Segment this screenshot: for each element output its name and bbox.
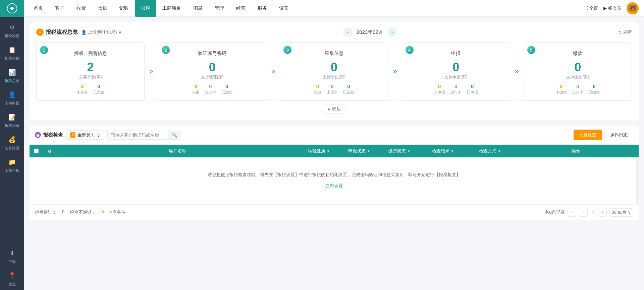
- nav-item-管理[interactable]: 管理: [209, 0, 230, 17]
- step-details-4: 0 未缴款 0 进行中 0 已缴款: [529, 83, 626, 95]
- refresh-label: 刷新: [623, 29, 632, 35]
- step-card-2: 3 采集信息 0 支持采集(家) 0 失败 0 未采集 0 已成功: [280, 42, 388, 100]
- step-num-0: 1: [40, 46, 48, 54]
- member-label: 畅会员: [608, 5, 621, 11]
- filter-icon[interactable]: ▼: [327, 149, 330, 153]
- step-details-3: 0 未申报 0 进行中 0 已申报: [408, 83, 504, 95]
- select-all-checkbox[interactable]: [34, 149, 39, 153]
- nav-item-工商项目[interactable]: 工商项目: [156, 0, 187, 17]
- batch-check-button[interactable]: 批量检查: [574, 130, 602, 140]
- nav-right: ⛶ 全屏 ▶ 畅会员 🐻: [584, 2, 644, 14]
- setup-link[interactable]: 立即设置: [325, 183, 343, 188]
- sidebar-item-3[interactable]: 👤个税申报: [0, 87, 24, 109]
- staff-label: 全部员工: [77, 132, 95, 138]
- fullscreen-button[interactable]: ⛶ 全屏: [584, 5, 598, 11]
- step-detail: 0 失败: [314, 83, 321, 95]
- nav-item-客户[interactable]: 客户: [49, 0, 70, 17]
- sidebar-item-0[interactable]: ⚙报税设置: [0, 19, 24, 42]
- step-card-4: 5 缴款 0 支持缴款(家) 0 未缴款 0 进行中 0 已缴款: [524, 42, 632, 100]
- step-detail: 0 失败: [192, 83, 200, 95]
- step-details-1: 0 失败 0 验证中 0 已成功: [164, 83, 261, 95]
- nav-item-票据[interactable]: 票据: [92, 0, 113, 17]
- nav-item-服务[interactable]: 服务: [252, 0, 273, 17]
- sidebar-item-4[interactable]: 📝报税记录: [0, 109, 24, 132]
- logo[interactable]: [0, 0, 24, 17]
- fail-count[interactable]: 0: [101, 209, 104, 215]
- first-page-button[interactable]: «: [568, 208, 576, 217]
- step-main-num-2: 0: [285, 60, 382, 74]
- overview-card: + 报税流程总览 👤 上海(电子税局) ∨ ‹ 2023年02月 › ↻: [30, 22, 639, 120]
- location-selector[interactable]: 👤 上海(电子税局) ∨: [81, 29, 122, 35]
- chevron-up-icon: ∧: [327, 106, 331, 112]
- step-title-1: 验证账号密码: [164, 48, 261, 57]
- sidebar-item-1[interactable]: 📋批量报税: [0, 42, 24, 64]
- search-input[interactable]: [108, 131, 168, 139]
- member-button[interactable]: ▶ 畅会员: [603, 5, 621, 11]
- sidebar-icon-6: 📁: [7, 157, 17, 167]
- step-num-3: 4: [406, 46, 414, 54]
- step-main-num-0: 2: [42, 60, 139, 74]
- filter-icon-3[interactable]: ▼: [407, 149, 411, 153]
- step-sub-1: 支持验证(家): [164, 74, 261, 80]
- sidebar-bottom-item-0[interactable]: ⬇下载: [0, 245, 24, 268]
- table-header: ⚙ 客户名称 纳税性质 ▼ 申报状态 ▼ 缴费状态 ▼ 检查: [30, 145, 639, 157]
- step-detail: 0 已申报: [467, 83, 478, 95]
- pass-count[interactable]: 0: [62, 209, 64, 215]
- search-box: 🔍: [107, 131, 181, 140]
- table-scroll-area: 若您想使用报税检查功能，请先在【报税设置】中进行报税的初始化设置，完成密码验证和…: [30, 157, 639, 204]
- nav-item-收费[interactable]: 收费: [70, 0, 92, 17]
- scrollbar[interactable]: [636, 157, 639, 204]
- step-detail: 0 未采集: [327, 83, 338, 95]
- nav-item-记账[interactable]: 记账: [113, 0, 135, 17]
- refresh-button[interactable]: ↻ 刷新: [618, 29, 632, 35]
- sidebar-item-2[interactable]: 📊报税总览: [0, 64, 24, 87]
- nav-item-首页[interactable]: 首页: [28, 0, 49, 17]
- th-action: 操作: [514, 145, 639, 157]
- per-page-label: 30 条/页: [612, 210, 627, 215]
- collapse-label: 收起: [332, 106, 341, 112]
- steps-row: 1 授权、完善信息 2 总客户数(家) 2 未完善 0 已完善 » 2 验证账号…: [36, 42, 632, 100]
- step-detail: 0 进行中: [572, 83, 583, 95]
- sidebar-item-6[interactable]: 📁工商年报: [0, 154, 24, 176]
- staff-selector[interactable]: 員 全部员工 ∨: [66, 130, 104, 140]
- collapse-button[interactable]: ∧ 收起: [322, 104, 346, 114]
- filter-icon-4[interactable]: ▼: [451, 149, 454, 153]
- chevron-down-icon: ∨: [118, 30, 122, 35]
- empty-tip-text: 若您想使用报税检查功能，请先在【报税设置】中进行报税的初始化设置，完成密码验证和…: [36, 171, 632, 178]
- footer-stats: 检查通过： 0 检查不通过： 0 ✓有备注: [35, 209, 126, 215]
- step-title-4: 缴款: [529, 48, 626, 57]
- next-month-button[interactable]: ›: [387, 27, 397, 37]
- filter-icon-5[interactable]: ▼: [498, 149, 501, 153]
- check-header-right: 批量检查 操作日志: [574, 130, 633, 140]
- sidebar-bottom-item-1[interactable]: 📍定位: [0, 268, 24, 290]
- next-page-button[interactable]: ›: [598, 208, 607, 217]
- table-empty: 若您想使用报税检查功能，请先在【报税设置】中进行报税的初始化设置，完成密码验证和…: [30, 157, 639, 202]
- overview-header: + 报税流程总览 👤 上海(电子税局) ∨ ‹ 2023年02月 › ↻: [36, 27, 632, 37]
- th-checkbox: [30, 145, 43, 157]
- step-detail: 0 验证中: [205, 83, 216, 95]
- operation-log-button[interactable]: 操作日志: [604, 130, 633, 140]
- gear-icon[interactable]: ⚙: [48, 149, 52, 154]
- nav-item-报税[interactable]: 报税: [135, 0, 156, 17]
- nav-item-设置[interactable]: 设置: [273, 0, 294, 17]
- th-gear: ⚙: [43, 145, 56, 157]
- th-fee-status: 缴费状态 ▼: [379, 145, 420, 157]
- th-check-method: 检查方式 ▼: [467, 145, 514, 157]
- filter-icon-2[interactable]: ▼: [367, 149, 370, 153]
- per-page-select[interactable]: 30 条/页 ∨: [609, 208, 633, 217]
- prev-page-button[interactable]: ‹: [579, 208, 588, 217]
- check-title-text: 报税检查: [43, 132, 63, 138]
- sidebar-item-5[interactable]: 💰汇算清缴: [0, 132, 24, 154]
- nav-item-消息[interactable]: 消息: [187, 0, 209, 17]
- th-declare-status: 申报状态 ▼: [339, 145, 379, 157]
- staff-icon: 員: [70, 132, 75, 138]
- step-detail: 0 未缴款: [556, 83, 567, 95]
- step-main-num-3: 0: [408, 60, 504, 74]
- sidebar-icon-1: 📋: [7, 45, 17, 55]
- step-detail: 2 未完善: [77, 83, 88, 95]
- nav-item-经营[interactable]: 经营: [230, 0, 252, 17]
- search-button[interactable]: 🔍: [168, 131, 181, 139]
- step-detail: 0 进行中: [450, 83, 462, 95]
- prev-month-button[interactable]: ‹: [343, 27, 353, 37]
- step-details-2: 0 失败 0 未采集 0 已成功: [285, 83, 382, 95]
